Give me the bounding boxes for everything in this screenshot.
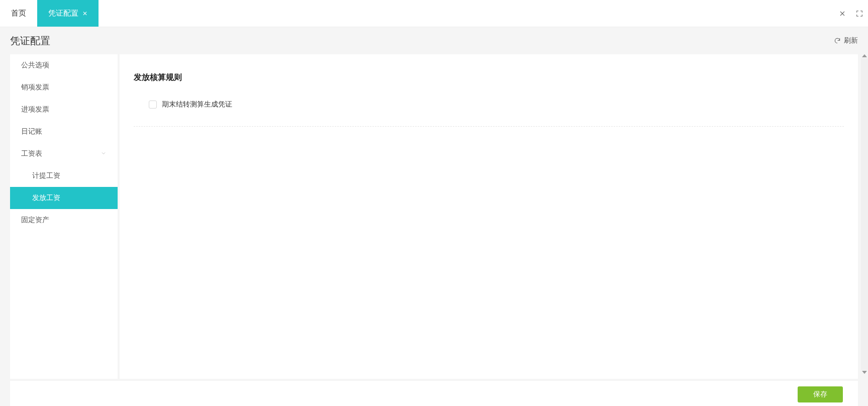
period-end-voucher-checkbox[interactable]	[149, 100, 157, 109]
sidebar-item-label: 固定资产	[21, 216, 107, 225]
sidebar-item-payroll[interactable]: 工资表	[10, 143, 118, 165]
chevron-down-icon	[101, 150, 107, 158]
sidebar-item-public-options[interactable]: 公共选项	[10, 54, 118, 76]
tab-voucher-config[interactable]: 凭证配置 ✕	[37, 0, 99, 27]
tab-home[interactable]: 首页	[0, 0, 37, 27]
sidebar-item-label: 发放工资	[32, 193, 107, 202]
page-header: 凭证配置 刷新	[0, 27, 868, 54]
sidebar-item-label: 公共选项	[21, 61, 107, 70]
tabbar-right	[834, 0, 868, 27]
sidebar-item-label: 计提工资	[32, 171, 107, 180]
sidebar-item-purchase-invoice[interactable]: 进项发票	[10, 98, 118, 121]
divider	[134, 126, 844, 127]
sidebar-item-journal[interactable]: 日记账	[10, 121, 118, 143]
tab-home-label: 首页	[11, 9, 26, 18]
sidebar-item-label: 工资表	[21, 149, 101, 158]
close-all-button[interactable]	[834, 0, 851, 27]
fullscreen-button[interactable]	[851, 0, 868, 27]
checkbox-label: 期末结转测算生成凭证	[162, 100, 232, 109]
sidebar-item-label: 进项发票	[21, 105, 107, 114]
page-title: 凭证配置	[10, 34, 50, 48]
sidebar-item-accrue-salary[interactable]: 计提工资	[10, 165, 118, 187]
content-panel: 发放核算规则 期末结转测算生成凭证	[120, 54, 858, 379]
close-icon[interactable]: ✕	[82, 10, 87, 17]
sidebar-item-sales-invoice[interactable]: 销项发票	[10, 76, 118, 98]
sidebar-item-label: 日记账	[21, 127, 107, 136]
footer-bar: 保存	[10, 381, 858, 406]
sidebar: 公共选项 销项发票 进项发票 日记账 工资表 计提工资 发放工资 固定资产	[10, 54, 118, 379]
refresh-label: 刷新	[844, 36, 858, 45]
sidebar-item-label: 销项发票	[21, 83, 107, 92]
body: 公共选项 销项发票 进项发票 日记账 工资表 计提工资 发放工资 固定资产 发放…	[0, 54, 868, 379]
sidebar-item-pay-salary[interactable]: 发放工资	[10, 187, 118, 209]
checkbox-row: 期末结转测算生成凭证	[134, 100, 844, 109]
refresh-icon	[834, 37, 841, 44]
tab-bar: 首页 凭证配置 ✕	[0, 0, 868, 27]
section-title: 发放核算规则	[134, 72, 844, 83]
refresh-button[interactable]: 刷新	[834, 36, 858, 45]
sidebar-item-fixed-assets[interactable]: 固定资产	[10, 209, 118, 231]
tab-voucher-config-label: 凭证配置	[48, 9, 78, 18]
save-button[interactable]: 保存	[798, 386, 843, 402]
